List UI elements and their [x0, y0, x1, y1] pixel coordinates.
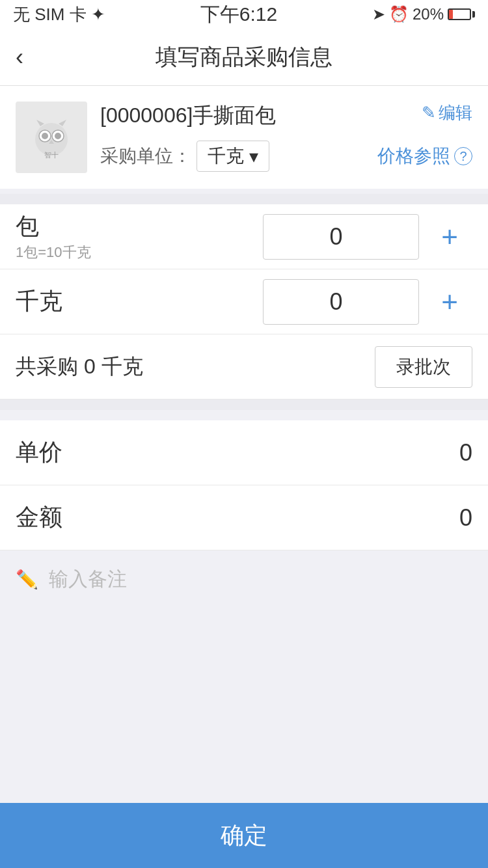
svg-point-3 — [42, 133, 48, 139]
battery-percent: 20% — [413, 5, 444, 23]
pencil-icon: ✏️ — [16, 569, 38, 590]
product-logo: 智十 — [25, 111, 77, 163]
batch-button[interactable]: 录批次 — [375, 346, 472, 388]
svg-text:智十: 智十 — [44, 151, 59, 159]
amount-row: 金额 0 — [0, 485, 488, 550]
svg-marker-7 — [59, 120, 66, 126]
battery-indicator — [448, 8, 475, 20]
kg-label: 千克 — [16, 286, 62, 318]
kg-input-row: 千克 + — [0, 269, 488, 334]
status-time: 下午6:12 — [200, 1, 277, 28]
bottom-spacer — [0, 694, 488, 759]
product-card: 智十 [0000006]手撕面包 ✎ 编辑 采购单位： 千克 ▾ 价格参照 ? — [0, 86, 488, 189]
bag-sub-label: 1包=10千克 — [16, 243, 91, 262]
total-label: 共采购 0 千克 — [16, 353, 143, 381]
nav-bar: ‹ 填写商品采购信息 — [0, 29, 488, 86]
status-right: ➤ ⏰ 20% — [372, 5, 475, 23]
notes-section: ✏️ 输入备注 — [0, 550, 488, 694]
price-ref-label: 价格参照 — [377, 144, 450, 169]
help-icon: ? — [454, 147, 472, 165]
bag-quantity-input[interactable] — [263, 214, 419, 260]
price-ref-button[interactable]: 价格参照 ? — [377, 144, 472, 169]
svg-marker-6 — [36, 120, 44, 126]
divider-1 — [0, 194, 488, 204]
status-left: 无 SIM 卡 ✦ — [13, 3, 105, 26]
sim-label: 无 SIM 卡 ✦ — [13, 3, 105, 26]
kg-plus-button[interactable]: + — [427, 279, 472, 325]
kg-quantity-input[interactable] — [263, 279, 419, 325]
product-image: 智十 — [16, 102, 87, 173]
unit-label: 采购单位： — [100, 144, 191, 169]
divider-2 — [0, 400, 488, 410]
alarm-icon: ⏰ — [389, 5, 409, 23]
unit-price-label: 单价 — [16, 437, 62, 468]
confirm-button[interactable]: 确定 — [0, 803, 488, 868]
back-button[interactable]: ‹ — [16, 44, 23, 71]
price-section: 单价 0 金额 0 — [0, 420, 488, 550]
unit-price-value: 0 — [459, 439, 472, 467]
notes-input-area[interactable]: ✏️ 输入备注 — [16, 566, 472, 593]
notes-placeholder: 输入备注 — [49, 566, 127, 593]
amount-label: 金额 — [16, 502, 62, 534]
amount-value: 0 — [459, 504, 472, 532]
unit-value: 千克 — [208, 144, 244, 169]
unit-price-row: 单价 0 — [0, 420, 488, 485]
bag-input-row: 包 1包=10千克 + — [0, 204, 488, 269]
unit-select[interactable]: 千克 ▾ — [197, 141, 269, 172]
edit-icon: ✎ — [422, 103, 436, 123]
total-row: 共采购 0 千克 录批次 — [0, 334, 488, 400]
product-name: [0000006]手撕面包 — [100, 102, 276, 130]
bag-label: 包 — [16, 211, 91, 243]
edit-button[interactable]: ✎ 编辑 — [422, 102, 472, 124]
product-info: [0000006]手撕面包 ✎ 编辑 采购单位： 千克 ▾ 价格参照 ? — [100, 102, 472, 172]
bag-plus-button[interactable]: + — [427, 214, 472, 260]
dropdown-icon: ▾ — [249, 146, 258, 167]
edit-label: 编辑 — [439, 102, 472, 124]
page-title: 填写商品采购信息 — [156, 42, 332, 72]
svg-point-4 — [55, 133, 61, 139]
location-icon: ➤ — [372, 5, 385, 23]
input-section: 包 1包=10千克 + 千克 + — [0, 204, 488, 334]
status-bar: 无 SIM 卡 ✦ 下午6:12 ➤ ⏰ 20% — [0, 0, 488, 29]
